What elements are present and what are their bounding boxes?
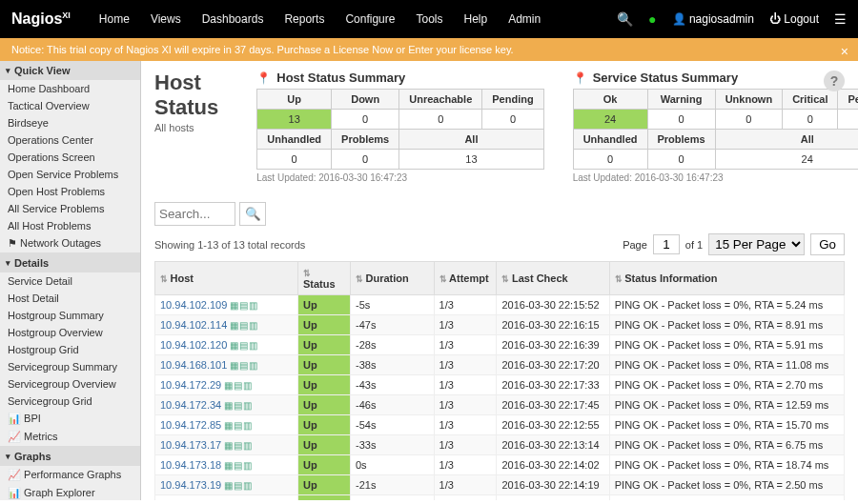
license-key-link[interactable]: Enter your license key.	[408, 44, 513, 55]
records-count: Showing 1-13 of 13 total records	[154, 239, 305, 251]
sidebar-item[interactable]: Servicegroup Overview	[0, 375, 140, 393]
status-icon[interactable]: ●	[648, 11, 656, 27]
host-link[interactable]: 10.94.172.85	[160, 419, 221, 431]
logo[interactable]: NagiosXI	[11, 10, 71, 28]
top-nav: NagiosXI HomeViewsDashboardsReportsConfi…	[0, 0, 858, 38]
pin-icon[interactable]: 📍	[256, 71, 271, 85]
sidebar-item[interactable]: Open Host Problems	[0, 183, 140, 200]
main-content: ? Host Status All hosts 📍Host Status Sum…	[141, 61, 858, 500]
sidebar-section-details[interactable]: Details	[0, 253, 140, 272]
host-link[interactable]: 10.94.173.19	[160, 479, 221, 491]
hamburger-icon[interactable]: ☰	[834, 11, 847, 27]
status-cell: Up	[298, 375, 351, 395]
nav-home[interactable]: Home	[99, 12, 130, 26]
sidebar-item[interactable]: Host Detail	[0, 290, 140, 307]
host-link[interactable]: 10.94.102.114	[160, 319, 227, 331]
search-button[interactable]: 🔍	[239, 202, 266, 226]
nav-menu: HomeViewsDashboardsReportsConfigureTools…	[99, 12, 541, 26]
host-action-icons[interactable]: ▦▤▥	[230, 340, 258, 351]
col-header[interactable]: Attempt	[434, 262, 497, 295]
col-header[interactable]: Status	[298, 262, 351, 295]
nav-admin[interactable]: Admin	[508, 12, 541, 26]
sidebar-item[interactable]: 📊 Graph Explorer	[0, 484, 140, 500]
page-subtitle: All hosts	[154, 122, 218, 133]
search-icon[interactable]: 🔍	[617, 11, 633, 27]
host-link[interactable]: 10.94.173.17	[160, 439, 221, 451]
sidebar-item[interactable]: Operations Center	[0, 131, 140, 149]
nav-reports[interactable]: Reports	[284, 12, 324, 26]
help-icon[interactable]: ?	[824, 71, 845, 91]
status-cell: Up	[298, 395, 351, 415]
sidebar-item[interactable]: Home Dashboard	[0, 80, 140, 97]
sidebar-item[interactable]: Open Service Problems	[0, 166, 140, 183]
host-link[interactable]: 10.94.172.34	[160, 399, 221, 411]
close-icon[interactable]: ×	[841, 44, 848, 59]
sidebar-item[interactable]: Operations Screen	[0, 149, 140, 166]
host-action-icons[interactable]: ▦▤▥	[230, 320, 258, 331]
pager: Page of 1 15 Per Page Go	[623, 233, 845, 255]
per-page-select[interactable]: 15 Per Page	[708, 233, 805, 255]
purchase-link[interactable]: Purchase a License Now	[277, 44, 394, 55]
host-action-icons[interactable]: ▦▤▥	[224, 400, 253, 411]
sidebar-item[interactable]: Servicegroup Grid	[0, 393, 140, 410]
sidebar-item[interactable]: Hostgroup Overview	[0, 324, 140, 341]
search-input[interactable]	[154, 202, 235, 226]
host-link[interactable]: 10.94.173.18	[160, 459, 221, 471]
nav-right: 🔍 ● 👤 nagiosadmin ⏻ Logout ☰	[617, 11, 847, 27]
nav-views[interactable]: Views	[151, 12, 181, 26]
status-cell: Up	[298, 495, 351, 501]
host-action-icons[interactable]: ▦▤▥	[224, 420, 253, 431]
host-link[interactable]: 10.94.172.29	[160, 379, 221, 391]
host-link[interactable]: 10.94.168.101	[160, 359, 227, 371]
table-row: 10.94.172.85 ▦▤▥Up-54s1/32016-03-30 22:1…	[155, 415, 845, 435]
status-cell: Up	[298, 455, 351, 475]
table-row: 10.94.173.18 ▦▤▥Up0s1/32016-03-30 22:14:…	[155, 455, 845, 475]
col-header[interactable]: Last Check	[497, 262, 609, 295]
sidebar-item[interactable]: Hostgroup Grid	[0, 341, 140, 358]
logout-link[interactable]: ⏻ Logout	[769, 12, 819, 26]
sidebar-section-quick-view[interactable]: Quick View	[0, 61, 140, 80]
status-cell: Up	[298, 335, 351, 355]
sidebar-item[interactable]: Servicegroup Summary	[0, 358, 140, 375]
col-header[interactable]: Status Information	[609, 262, 844, 295]
go-button[interactable]: Go	[810, 233, 845, 255]
col-header[interactable]: Duration	[351, 262, 435, 295]
host-action-icons[interactable]: ▦▤▥	[224, 480, 253, 491]
sidebar-item[interactable]: Hostgroup Summary	[0, 307, 140, 324]
sidebar-item[interactable]: All Service Problems	[0, 200, 140, 217]
sidebar-item[interactable]: Birdseye	[0, 114, 140, 131]
sidebar-item[interactable]: 📈 Metrics	[0, 428, 140, 446]
sidebar-item[interactable]: 📊 BPI	[0, 410, 140, 428]
host-link[interactable]: 10.94.102.109	[160, 299, 227, 311]
sidebar-item[interactable]: All Host Problems	[0, 217, 140, 234]
table-row: 10.94.173.17 ▦▤▥Up-33s1/32016-03-30 22:1…	[155, 435, 845, 455]
host-action-icons[interactable]: ▦▤▥	[230, 300, 258, 311]
nav-dashboards[interactable]: Dashboards	[202, 12, 264, 26]
user-menu[interactable]: 👤 nagiosadmin	[672, 12, 754, 26]
host-action-icons[interactable]: ▦▤▥	[224, 380, 253, 391]
sidebar-item[interactable]: ⚑ Network Outages	[0, 234, 140, 252]
nav-tools[interactable]: Tools	[416, 12, 442, 26]
table-row: 10.94.172.34 ▦▤▥Up-46s1/32016-03-30 22:1…	[155, 395, 845, 415]
sidebar-item[interactable]: Service Detail	[0, 272, 140, 290]
status-cell: Up	[298, 355, 351, 375]
table-row: 10.94.168.101 ▦▤▥Up-38s1/32016-03-30 22:…	[155, 355, 845, 375]
nav-configure[interactable]: Configure	[345, 12, 395, 26]
sidebar-section-graphs[interactable]: Graphs	[0, 447, 140, 466]
pin-icon[interactable]: 📍	[573, 71, 587, 85]
table-row: 10.94.172.29 ▦▤▥Up-43s1/32016-03-30 22:1…	[155, 375, 845, 395]
status-cell: Up	[298, 415, 351, 435]
table-row: 10.94.173.19 ▦▤▥Up-21s1/32016-03-30 22:1…	[155, 475, 845, 495]
host-action-icons[interactable]: ▦▤▥	[224, 440, 253, 451]
nav-help[interactable]: Help	[463, 12, 487, 26]
page-input[interactable]	[653, 234, 680, 254]
host-action-icons[interactable]: ▦▤▥	[230, 360, 258, 371]
page-title: Host Status	[154, 71, 218, 120]
sidebar: Quick ViewHome DashboardTactical Overvie…	[0, 61, 141, 500]
sidebar-item[interactable]: 📈 Performance Graphs	[0, 466, 140, 484]
host-action-icons[interactable]: ▦▤▥	[224, 460, 253, 471]
host-link[interactable]: 30.30.1.3	[160, 499, 204, 500]
host-link[interactable]: 10.94.102.120	[160, 339, 227, 351]
col-header[interactable]: Host	[155, 262, 298, 295]
sidebar-item[interactable]: Tactical Overview	[0, 97, 140, 114]
